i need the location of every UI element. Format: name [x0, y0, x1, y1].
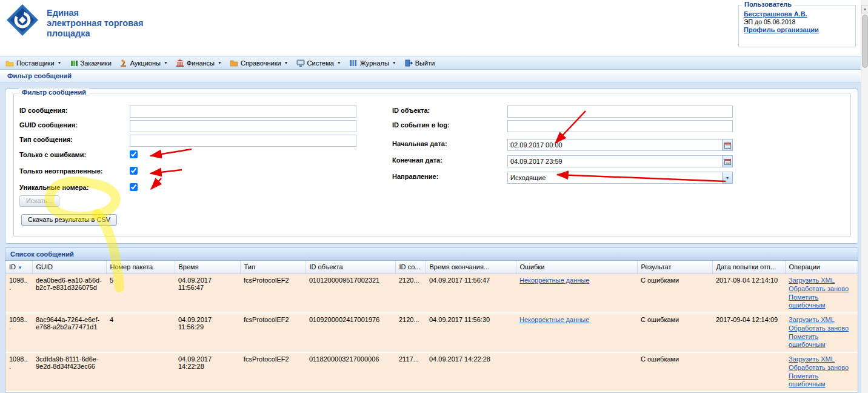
column-header-end-time[interactable]: Время окончания...: [426, 261, 516, 274]
menu-item-finance[interactable]: Финансы ▼: [173, 58, 227, 69]
logo: Единая электронная торговая площадка: [6, 4, 143, 39]
direction-dropdown-button[interactable]: ▼: [722, 172, 733, 184]
user-panel: Пользователь Бесстрашнова А.В. ЭП до 05.…: [738, 5, 856, 47]
reprocess-link[interactable]: Обработать заново: [789, 285, 854, 293]
error-details-link[interactable]: Некорректные данные: [519, 277, 589, 284]
message-id-input[interactable]: [130, 106, 356, 118]
end-date-calendar-button[interactable]: [722, 155, 733, 167]
vertical-scrollbar[interactable]: ▲: [861, 0, 868, 393]
chevron-down-icon: ▼: [218, 61, 222, 65]
page-root: Единая электронная торговая площадка Пол…: [0, 0, 868, 393]
menu-item-system[interactable]: Система ▼: [293, 58, 346, 69]
menu-item-label: Поставщики: [16, 59, 55, 67]
top-band: Единая электронная торговая площадка Пол…: [0, 0, 861, 56]
chevron-down-icon: ▼: [337, 61, 341, 65]
menu-item-label: Финансы: [187, 59, 215, 67]
message-guid-label: GUID сообщения:: [19, 121, 78, 129]
menu-item-directories[interactable]: Справочники ▼: [227, 58, 293, 69]
system-icon: [296, 59, 305, 67]
cell-attempt-date: 2017-09-04 12:14:10: [712, 274, 785, 313]
reprocess-link[interactable]: Обработать заново: [789, 324, 854, 332]
unique-numbers-checkbox[interactable]: [130, 183, 138, 191]
object-id-input[interactable]: [507, 106, 733, 118]
grid-title: Список сообщений: [5, 248, 858, 261]
column-header-packet[interactable]: Номер пакета: [106, 261, 175, 274]
start-date-calendar-button[interactable]: [722, 139, 733, 151]
message-id-label: ID сообщения:: [19, 107, 67, 114]
table-row[interactable]: 1098... dea0bed6-ea10-a56d-b2c7-e831d326…: [5, 274, 858, 313]
cell-guid: dea0bed6-ea10-a56d-b2c7-e831d326075d: [32, 274, 106, 313]
mark-error-link[interactable]: Пометить ошибочным: [789, 372, 854, 388]
message-guid-input[interactable]: [130, 120, 356, 132]
mark-error-link[interactable]: Пометить ошибочным: [789, 333, 854, 349]
end-date-input[interactable]: [507, 155, 722, 167]
direction-value[interactable]: [507, 172, 722, 184]
org-profile-link[interactable]: Профиль организации: [744, 26, 850, 33]
cell-operations: Загрузить XML Обработать заново Пометить…: [785, 274, 858, 313]
cell-attempt-date: [712, 352, 785, 392]
menu-item-customers[interactable]: Заказчики: [67, 58, 116, 69]
download-csv-button[interactable]: Скачать результаты в CSV: [21, 214, 117, 226]
cell-type: fcsProtocolEF2: [240, 274, 305, 313]
column-header-operations[interactable]: Операции: [785, 261, 858, 274]
message-type-label: Тип сообщения:: [19, 136, 73, 143]
start-date-input[interactable]: [507, 139, 722, 151]
only-errors-label: Только с ошибками:: [19, 151, 86, 158]
scroll-up-icon[interactable]: ▲: [861, 5, 868, 13]
sort-desc-icon: ▼: [18, 265, 22, 270]
menu-item-exit[interactable]: Выйти: [401, 58, 440, 69]
error-details-link[interactable]: Некорректные данные: [519, 316, 589, 323]
cell-event-id: 2120...: [395, 313, 426, 352]
user-panel-title: Пользователь: [742, 1, 794, 8]
column-header-type[interactable]: Тип: [240, 261, 305, 274]
menu-item-label: Система: [307, 59, 334, 67]
table-row[interactable]: 1098... 3cdfda9b-8111-6d6e-9e2d-8d34f423…: [5, 352, 858, 392]
cell-errors: Некорректные данные: [516, 274, 637, 313]
column-header-object-id[interactable]: ID объекта: [305, 261, 395, 274]
column-header-time[interactable]: Время: [175, 261, 240, 274]
direction-label: Направление:: [392, 173, 438, 180]
cell-id: 1098...: [5, 313, 32, 352]
cell-id: 1098...: [5, 274, 32, 313]
cell-event-id: 2117...: [395, 352, 426, 392]
column-header-id[interactable]: ID▼: [5, 261, 32, 274]
column-header-event-id[interactable]: ID со...: [395, 261, 426, 274]
user-name-link[interactable]: Бесстрашнова А.В.: [744, 10, 850, 18]
directories-icon: [230, 59, 238, 67]
logo-title: Единая электронная торговая площадка: [47, 4, 143, 39]
table-row[interactable]: 1098... 8ac9644a-7264-e6ef-e768-a2b2a774…: [5, 313, 858, 352]
load-xml-link[interactable]: Загрузить XML: [789, 355, 854, 363]
cell-result: С ошибками: [637, 274, 712, 313]
cell-result: С ошибками: [637, 313, 712, 352]
filter-fieldset: Фильтр сообщений ID сообщения: GUID сооб…: [13, 93, 851, 237]
search-button[interactable]: Искать...: [19, 195, 59, 207]
cell-time: 04.09.2017 14:22:28: [175, 352, 240, 392]
finance-bank-icon: [176, 59, 184, 67]
only-errors-checkbox[interactable]: [130, 150, 138, 158]
menu-item-journals[interactable]: Журналы ▼: [346, 58, 401, 69]
filter-panel: Фильтр сообщений ID сообщения: GUID сооб…: [5, 89, 858, 244]
message-type-input[interactable]: [130, 135, 356, 147]
menu-item-label: Выйти: [415, 59, 435, 67]
menu-item-auctions[interactable]: Аукционы ▼: [116, 58, 173, 69]
only-unsent-checkbox[interactable]: [130, 167, 138, 175]
column-header-attempt-date[interactable]: Дата попытки отп...: [712, 261, 785, 274]
cell-object-id: 0101200009517002321: [305, 274, 395, 313]
object-id-label: ID объекта:: [392, 107, 430, 114]
log-event-id-input[interactable]: [507, 120, 733, 132]
mark-error-link[interactable]: Пометить ошибочным: [789, 294, 854, 309]
load-xml-link[interactable]: Загрузить XML: [789, 316, 854, 324]
end-date-field: [507, 155, 733, 167]
chevron-down-icon: ▼: [392, 61, 396, 65]
scrollbar-thumb[interactable]: [862, 15, 868, 68]
chevron-down-icon: ▼: [726, 176, 730, 180]
load-xml-link[interactable]: Загрузить XML: [789, 277, 854, 284]
menu-item-suppliers[interactable]: Поставщики ▼: [2, 58, 67, 69]
journals-icon: [349, 59, 358, 67]
column-header-result[interactable]: Результат: [637, 261, 712, 274]
cell-object-id: 0118200003217000006: [305, 352, 395, 392]
column-header-errors[interactable]: Ошибки: [516, 261, 637, 274]
column-header-guid[interactable]: GUID: [32, 261, 106, 274]
reprocess-link[interactable]: Обработать заново: [789, 364, 854, 372]
direction-combobox[interactable]: ▼: [507, 172, 733, 184]
